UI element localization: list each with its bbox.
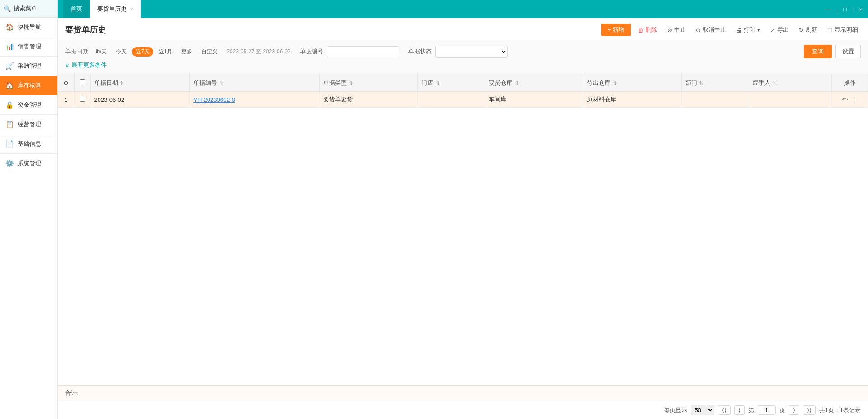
first-page-btn[interactable]: ⟨⟨ bbox=[718, 405, 731, 415]
table-row[interactable]: 1 2023-06-02 YH-20230602-0 要货单要货 车间库 原材料… bbox=[58, 92, 868, 108]
shortcut-today[interactable]: 今天 bbox=[112, 47, 130, 57]
col-bill-type: 单据类型 ⇅ bbox=[319, 74, 417, 92]
sidebar-item-label: 经营管理 bbox=[18, 120, 41, 129]
expand-more-btn[interactable]: ∨ 展开更多条件 bbox=[65, 61, 861, 69]
shortcut-last7days[interactable]: 近7天 bbox=[132, 47, 153, 57]
row-no: 1 bbox=[58, 92, 74, 108]
shortcut-more[interactable]: 更多 bbox=[178, 47, 196, 57]
refresh-icon: ↻ bbox=[799, 27, 804, 33]
sidebar-item-label: 资金管理 bbox=[18, 101, 41, 109]
edit-icon[interactable]: ✏ bbox=[842, 95, 848, 104]
more-icon[interactable]: ⋮ bbox=[851, 95, 858, 104]
sidebar-item-inventory[interactable]: 🏠 库存核算 bbox=[0, 76, 57, 95]
filter-settings-button[interactable]: 设置 bbox=[835, 45, 861, 58]
window-maximize-btn[interactable]: □ bbox=[843, 6, 847, 13]
tab-home[interactable]: 首页 bbox=[63, 0, 90, 18]
date-filter-label: 单据日期 bbox=[65, 48, 89, 56]
row-pending-warehouse: 原材料仓库 bbox=[583, 92, 681, 108]
status-select[interactable] bbox=[435, 46, 508, 58]
page-unit: 页 bbox=[779, 406, 785, 414]
col-handler: 经手人 ⇅ bbox=[749, 74, 831, 92]
row-date: 2023-06-02 bbox=[90, 92, 190, 108]
query-button[interactable]: 查询 bbox=[804, 45, 832, 58]
print-icon: 🖨 bbox=[736, 27, 742, 33]
total-info: 共1页，1条记录 bbox=[819, 406, 861, 414]
filter-bar: 单据日期 昨天 今天 近7天 近1月 更多 自定义 2023-05-27 至 2… bbox=[58, 40, 868, 74]
sidebar-item-label: 采购管理 bbox=[18, 62, 41, 70]
bill-no-link[interactable]: YH-20230602-0 bbox=[193, 96, 235, 103]
per-page-select[interactable]: 50 10 20 100 bbox=[691, 405, 714, 415]
sidebar-item-label: 基础信息 bbox=[18, 140, 41, 148]
last-page-btn[interactable]: ⟩⟩ bbox=[803, 405, 816, 415]
sidebar-item-basic-info[interactable]: 📄 基础信息 bbox=[0, 134, 57, 154]
home-icon: 🏠 bbox=[5, 23, 14, 31]
sidebar-item-operations[interactable]: 📋 经营管理 bbox=[0, 115, 57, 134]
tab-requisition-history[interactable]: 要货单历史 × bbox=[90, 0, 141, 18]
sidebar-search[interactable]: 🔍 搜索菜单 bbox=[0, 0, 57, 18]
sidebar-item-label: 销售管理 bbox=[18, 43, 41, 51]
sidebar-item-quick-nav[interactable]: 🏠 快捷导航 bbox=[0, 18, 57, 37]
table-header-row: ⚙ 单据日期 ⇅ 单据编号 ⇅ 单据类型 bbox=[58, 74, 868, 92]
topbar-right: — | □ | × bbox=[825, 6, 863, 13]
page-label: 第 bbox=[748, 406, 754, 414]
sort-req-warehouse-icon[interactable]: ⇅ bbox=[515, 81, 519, 86]
shortcut-yesterday[interactable]: 昨天 bbox=[92, 47, 110, 57]
col-pending-warehouse: 待出仓库 ⇅ bbox=[583, 74, 681, 92]
row-checkbox[interactable] bbox=[74, 92, 90, 108]
refresh-button[interactable]: ↻ 刷新 bbox=[796, 24, 820, 36]
cancel-stop-button[interactable]: ⊙ 取消中止 bbox=[693, 24, 729, 36]
delete-icon: 🗑 bbox=[638, 27, 644, 33]
select-all-checkbox[interactable] bbox=[80, 79, 85, 85]
date-shortcuts: 昨天 今天 近7天 近1月 更多 自定义 bbox=[92, 47, 221, 57]
sort-store-icon[interactable]: ⇅ bbox=[436, 81, 439, 86]
bill-no-filter-group: 单据编号 bbox=[300, 46, 399, 57]
row-bill-no[interactable]: YH-20230602-0 bbox=[190, 92, 319, 108]
sort-bill-type-icon[interactable]: ⇅ bbox=[349, 81, 353, 86]
system-icon: ⚙️ bbox=[5, 159, 14, 167]
basic-info-icon: 📄 bbox=[5, 140, 14, 148]
sort-date-icon[interactable]: ⇅ bbox=[120, 81, 124, 86]
sort-department-icon[interactable]: ⇅ bbox=[699, 81, 703, 86]
print-dropdown-icon: ▾ bbox=[757, 27, 760, 33]
topbar: 首页 要货单历史 × — | □ | × bbox=[58, 0, 868, 18]
sidebar-item-finance[interactable]: 🔒 资金管理 bbox=[0, 95, 57, 115]
sidebar-item-sales[interactable]: 📊 销售管理 bbox=[0, 37, 57, 57]
col-settings[interactable]: ⚙ bbox=[58, 74, 74, 92]
window-minimize-btn[interactable]: — bbox=[825, 6, 831, 13]
finance-icon: 🔒 bbox=[5, 101, 14, 109]
shortcut-custom[interactable]: 自定义 bbox=[198, 47, 221, 57]
action-icons: ✏ ⋮ bbox=[835, 95, 864, 104]
stop-button[interactable]: ⊘ 中止 bbox=[665, 24, 689, 36]
next-page-btn[interactable]: ⟩ bbox=[789, 405, 799, 415]
col-bill-no: 单据编号 ⇅ bbox=[190, 74, 319, 92]
sidebar-item-system[interactable]: ⚙️ 系统管理 bbox=[0, 154, 57, 173]
row-select-checkbox[interactable] bbox=[80, 96, 85, 102]
tab-close-icon[interactable]: × bbox=[130, 6, 133, 12]
delete-button[interactable]: 🗑 删除 bbox=[635, 24, 660, 36]
window-close-btn[interactable]: × bbox=[859, 6, 863, 13]
prev-page-btn[interactable]: ⟨ bbox=[734, 405, 745, 415]
col-department: 部门 ⇅ bbox=[681, 74, 749, 92]
sidebar: 🔍 搜索菜单 🏠 快捷导航 📊 销售管理 🛒 采购管理 🏠 库存核算 🔒 资金管… bbox=[0, 0, 58, 419]
row-store bbox=[417, 92, 485, 108]
row-department bbox=[681, 92, 749, 108]
status-label: 单据状态 bbox=[408, 48, 432, 56]
purchase-icon: 🛒 bbox=[5, 62, 14, 70]
new-button[interactable]: + 新增 bbox=[601, 24, 631, 36]
sort-handler-icon[interactable]: ⇅ bbox=[773, 81, 776, 86]
export-icon: ↗ bbox=[770, 27, 775, 33]
sidebar-item-purchase[interactable]: 🛒 采购管理 bbox=[0, 57, 57, 76]
display-detail-button[interactable]: ☐ 显示明细 bbox=[825, 24, 861, 36]
sort-pending-warehouse-icon[interactable]: ⇅ bbox=[613, 81, 617, 86]
sidebar-item-label: 系统管理 bbox=[18, 159, 41, 167]
sort-bill-no-icon[interactable]: ⇅ bbox=[220, 81, 223, 86]
operations-icon: 📋 bbox=[5, 120, 14, 129]
page-input[interactable] bbox=[758, 405, 776, 415]
footer-summary: 合计: bbox=[58, 385, 868, 401]
print-button[interactable]: 🖨 打印 ▾ bbox=[733, 24, 763, 36]
row-handler bbox=[749, 92, 831, 108]
export-button[interactable]: ↗ 导出 bbox=[768, 24, 792, 36]
bill-no-input[interactable] bbox=[327, 46, 399, 57]
search-icon: 🔍 bbox=[4, 5, 11, 12]
shortcut-last-month[interactable]: 近1月 bbox=[155, 47, 176, 57]
